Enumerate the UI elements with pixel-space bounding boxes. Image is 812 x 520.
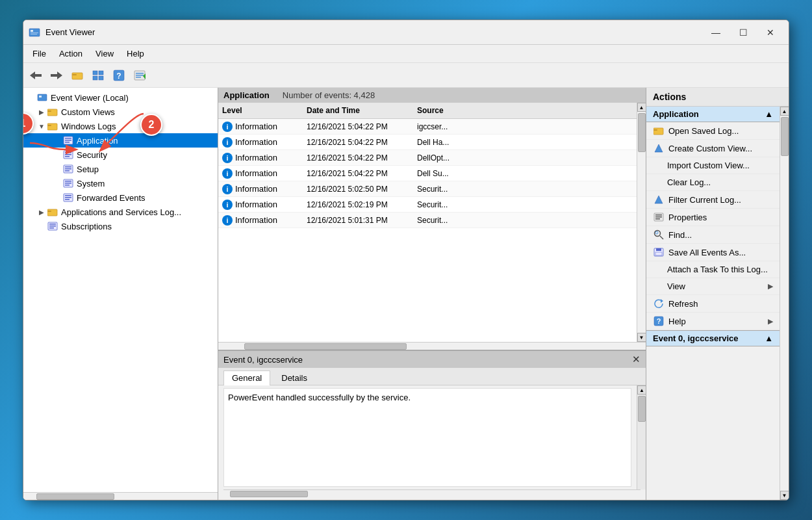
left-panel: Event Viewer (Local) ▶ Custom Views xyxy=(23,88,218,500)
actions-section-event[interactable]: Event 0, igcccservice ▲ xyxy=(646,330,780,346)
find-label: Find... xyxy=(668,230,692,240)
actions-vscrollbar[interactable]: ▲ ▼ xyxy=(780,107,789,500)
svg-rect-1 xyxy=(31,30,33,32)
level-label: Information xyxy=(235,168,277,178)
forward-button[interactable] xyxy=(47,66,66,84)
tree-item-security[interactable]: Security xyxy=(23,148,218,162)
tree-area: Event Viewer (Local) ▶ Custom Views xyxy=(23,88,218,492)
action-import-custom-view[interactable]: Import Custom View... xyxy=(646,157,780,174)
refresh-label: Refresh xyxy=(668,299,698,309)
left-scrollbar[interactable] xyxy=(23,492,218,500)
menu-file[interactable]: File xyxy=(26,47,53,60)
root-label: Event Viewer (Local) xyxy=(51,93,129,103)
table-row[interactable]: i Information 12/16/2021 5:02:19 PM Secu… xyxy=(218,197,637,213)
windows-logs-expander[interactable]: ▼ xyxy=(36,123,47,130)
help-action-label: Help xyxy=(668,317,686,326)
action-refresh[interactable]: Refresh xyxy=(646,295,780,313)
actions-scroll-up[interactable]: ▲ xyxy=(780,107,789,116)
scroll-down-arrow[interactable]: ▼ xyxy=(637,333,646,342)
action-open-saved-log[interactable]: Open Saved Log... xyxy=(646,122,780,140)
maximize-button[interactable]: ☐ xyxy=(730,23,756,42)
actions-scroll-thumb[interactable] xyxy=(781,117,789,156)
action-save-events[interactable]: Save All Events As... xyxy=(646,244,780,261)
svg-rect-33 xyxy=(65,156,70,157)
event-detail-close-button[interactable]: ✕ xyxy=(632,354,641,365)
menu-help[interactable]: Help xyxy=(120,47,151,60)
event-list-count: Number of events: 4,428 xyxy=(283,90,375,100)
grid-button[interactable] xyxy=(88,66,108,84)
scroll-up-arrow[interactable]: ▲ xyxy=(637,103,646,112)
log-button[interactable] xyxy=(130,66,149,84)
info-icon: i xyxy=(222,184,233,194)
tree-item-custom-views[interactable]: ▶ Custom Views xyxy=(23,105,218,119)
table-scrollbar-thumb[interactable] xyxy=(244,343,407,350)
tree-item-system[interactable]: System xyxy=(23,176,218,190)
tree-item-setup[interactable]: Setup xyxy=(23,162,218,176)
tree-item-appservices[interactable]: ▶ Applications and Services Log... xyxy=(23,205,218,219)
table-row[interactable]: i Information 12/16/2021 5:04:22 PM igcc… xyxy=(218,119,637,135)
event-list-scrollbar[interactable]: ▲ ▼ xyxy=(637,103,646,342)
tree-item-forwarded[interactable]: Forwarded Events xyxy=(23,190,218,205)
svg-rect-32 xyxy=(65,154,71,155)
tree-item-application[interactable]: Application xyxy=(23,133,218,148)
action-help[interactable]: ? Help ▶ xyxy=(646,313,780,330)
tab-details[interactable]: Details xyxy=(273,370,316,385)
event-detail-title: Event 0, igcccservice xyxy=(223,355,303,365)
close-button[interactable]: ✕ xyxy=(757,23,783,42)
info-icon: i xyxy=(222,168,233,179)
appservices-expander[interactable]: ▶ xyxy=(36,209,47,216)
left-scrollbar-thumb[interactable] xyxy=(36,493,114,500)
svg-rect-39 xyxy=(65,181,71,182)
appservices-label: Applications and Services Log... xyxy=(61,207,181,217)
svg-rect-23 xyxy=(47,124,57,130)
svg-marker-55 xyxy=(655,196,663,203)
source-cell: Dell Ha... xyxy=(413,136,517,148)
filter-log-label: Filter Current Log... xyxy=(668,195,741,205)
menubar: File Action View Help xyxy=(23,45,789,63)
tree-item-subscriptions[interactable]: Subscriptions xyxy=(23,219,218,233)
table-row[interactable]: i Information 12/16/2021 5:02:50 PM Secu… xyxy=(218,181,637,197)
col-date-header: Date and Time xyxy=(303,105,413,116)
table-row[interactable]: i Information 12/16/2021 5:04:22 PM Dell… xyxy=(218,135,637,150)
event-detail-body: PowerEvent handled successfully by the s… xyxy=(223,388,631,487)
table-row[interactable]: i Information 12/16/2021 5:01:31 PM Secu… xyxy=(218,213,637,228)
svg-rect-57 xyxy=(655,214,662,216)
minimize-button[interactable]: — xyxy=(703,23,729,42)
annotation-2: 2 xyxy=(140,114,162,136)
action-properties[interactable]: Properties xyxy=(646,209,780,226)
open-folder-button[interactable] xyxy=(68,66,87,84)
date-cell: 12/16/2021 5:04:22 PM xyxy=(303,136,413,148)
action-clear-log[interactable]: Clear Log... xyxy=(646,174,780,191)
detail-hscrollbar[interactable] xyxy=(223,489,641,497)
scroll-thumb[interactable] xyxy=(638,113,646,152)
detail-scroll-up[interactable]: ▲ xyxy=(637,385,646,395)
svg-rect-52 xyxy=(653,128,663,135)
action-find[interactable]: Find... xyxy=(646,226,780,244)
event-detail-tabs: General Details xyxy=(218,368,646,385)
action-create-custom-view[interactable]: Create Custom View... xyxy=(646,140,780,157)
actions-list: Application ▲ Open Saved Log... xyxy=(646,107,780,500)
tab-general[interactable]: General xyxy=(223,370,270,385)
svg-text:?: ? xyxy=(657,317,661,325)
tree-item-windows-logs[interactable]: ▼ Windows Logs xyxy=(23,119,218,133)
detail-scroll-thumb[interactable] xyxy=(638,396,646,422)
table-scrollbar[interactable] xyxy=(218,342,646,350)
actions-scroll-down[interactable]: ▼ xyxy=(780,491,789,500)
tree-item-root[interactable]: Event Viewer (Local) xyxy=(23,90,218,105)
action-view[interactable]: View ▶ xyxy=(646,278,780,295)
find-icon xyxy=(653,229,665,240)
help-button[interactable]: ? xyxy=(109,66,129,84)
actions-section-application[interactable]: Application ▲ xyxy=(646,107,780,122)
system-icon xyxy=(62,177,74,189)
table-row[interactable]: i Information 12/16/2021 5:04:22 PM Dell… xyxy=(218,150,637,166)
detail-hscrollbar-thumb[interactable] xyxy=(230,491,308,497)
table-row[interactable]: i Information 12/16/2021 5:04:22 PM Dell… xyxy=(218,166,637,181)
custom-views-expander[interactable]: ▶ xyxy=(36,109,47,116)
actions-section-app-label: Application xyxy=(653,109,699,119)
action-attach-task[interactable]: Attach a Task To this Log... xyxy=(646,261,780,278)
action-filter-log[interactable]: Filter Current Log... xyxy=(646,191,780,209)
detail-vscrollbar[interactable]: ▲ xyxy=(637,385,646,489)
menu-view[interactable]: View xyxy=(89,47,120,60)
back-button[interactable] xyxy=(26,66,45,84)
menu-action[interactable]: Action xyxy=(53,47,89,60)
